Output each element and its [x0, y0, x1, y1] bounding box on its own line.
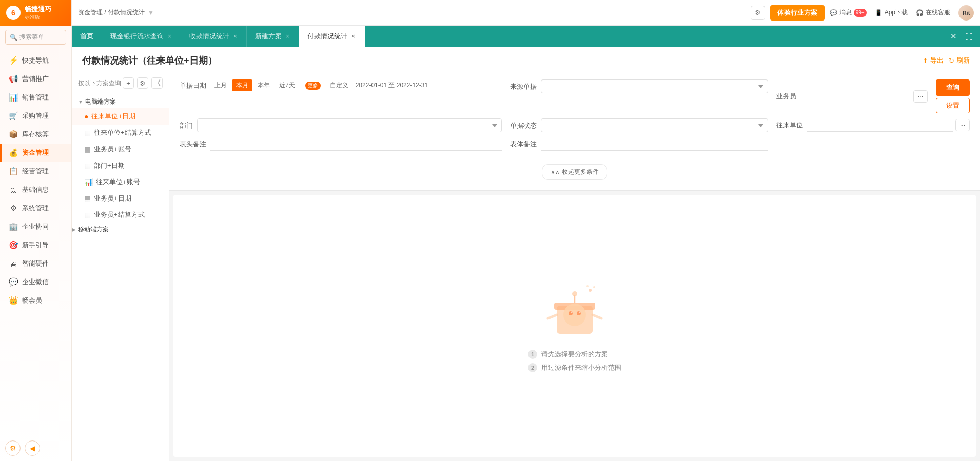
sidebar-item-operations[interactable]: 📋 经营管理: [0, 162, 71, 181]
chevron-up-icon: ∧∧: [551, 169, 560, 176]
message-badge: 99+: [854, 9, 867, 17]
query-button[interactable]: 查询: [936, 79, 970, 96]
sidebar-footer: ⚙ ◀: [0, 435, 71, 461]
sidebar-item-vip[interactable]: 👑 畅会员: [0, 291, 71, 310]
scheme-panel-header: 按以下方案查询 + ⚙ 《: [72, 73, 169, 93]
date-this-month-button[interactable]: 本月: [232, 79, 252, 91]
settings-small-button[interactable]: 设置: [936, 98, 970, 113]
date-last-month-button[interactable]: 上月: [210, 79, 231, 91]
source-select[interactable]: [541, 79, 768, 93]
hint-num-1: 1: [528, 350, 537, 359]
body-note-control: [541, 137, 768, 151]
maximize-button[interactable]: ⛶: [963, 31, 975, 42]
counterpart-more-button[interactable]: ···: [955, 119, 970, 131]
tab-receipt-close[interactable]: ×: [232, 33, 238, 40]
sidebar-item-guide[interactable]: 🎯 新手引导: [0, 236, 71, 254]
tab-home-label: 首页: [80, 32, 93, 41]
date-this-year-button[interactable]: 本年: [253, 79, 274, 91]
sidebar-item-quick-nav[interactable]: ⚡ 快捷导航: [0, 51, 71, 70]
sidebar-collapse-button[interactable]: ◀: [25, 440, 40, 456]
tab-new-plan-close[interactable]: ×: [285, 33, 290, 40]
app-download-button[interactable]: 📱 App下载: [875, 8, 908, 17]
tab-home[interactable]: 首页: [72, 26, 102, 47]
scheme-collapse-button[interactable]: 《: [151, 77, 163, 89]
export-button[interactable]: ⬆ 导出: [923, 56, 944, 65]
scheme-item-salesperson-date[interactable]: ▦ 业务员+日期: [72, 190, 169, 207]
collapse-conditions-button[interactable]: ∧∧ 收起更多条件: [542, 164, 607, 180]
filter-row-1: 单据日期 上月 本月 本年 近7天 更多 自定义 2022-01-01 至: [180, 79, 970, 113]
sidebar-item-wechat[interactable]: 💬 企业微信: [0, 273, 71, 291]
trial-button[interactable]: 体验行业方案: [770, 5, 825, 21]
group-arrow-icon: ▼: [78, 99, 83, 105]
date-more-button[interactable]: 更多: [300, 80, 325, 91]
online-service-button[interactable]: 🎧 在线客服: [916, 8, 950, 17]
scheme-item-counterpart-date[interactable]: ● 往来单位+日期: [72, 108, 169, 125]
tab-payment[interactable]: 付款情况统计 ×: [299, 26, 365, 47]
headset-icon: 🎧: [916, 9, 924, 16]
svg-point-11: [589, 289, 592, 292]
add-scheme-button[interactable]: +: [123, 77, 134, 89]
salesperson-input[interactable]: [800, 90, 911, 103]
body-note-label: 表体备注: [510, 139, 537, 149]
main-area: 资金管理 / 付款情况统计 ▼ ⚙ 体验行业方案 💬 消息 99+ 📱 App下…: [72, 0, 980, 461]
page-content: 付款情况统计（往来单位+日期） ⬆ 导出 ↻ 刷新 按以下方案查询 +: [72, 47, 980, 461]
voucher-status-select[interactable]: [541, 118, 768, 132]
operations-icon: 📋: [9, 167, 18, 176]
empty-hint-2: 2 用过滤条件来缩小分析范围: [528, 363, 621, 372]
date-custom-button[interactable]: 自定义: [326, 79, 352, 91]
mobile-scheme-group[interactable]: ▶ 移动端方案: [72, 223, 169, 236]
salesperson-more-button[interactable]: ···: [913, 90, 928, 103]
vip-icon: 👑: [9, 296, 18, 305]
scheme-item-salesperson-settle[interactable]: ▦ 业务员+结算方式: [72, 207, 169, 223]
tab-bank[interactable]: 现金银行流水查询 ×: [102, 26, 181, 47]
tab-bank-close[interactable]: ×: [167, 33, 172, 40]
marketing-icon: 📢: [9, 74, 18, 84]
topbar: 资金管理 / 付款情况统计 ▼ ⚙ 体验行业方案 💬 消息 99+ 📱 App下…: [72, 0, 980, 26]
sidebar-item-sales[interactable]: 📊 销售管理: [0, 88, 71, 107]
svg-point-6: [579, 311, 581, 313]
sidebar-item-marketing[interactable]: 📢 营销推广: [0, 70, 71, 88]
scheme-icon-3: ▦: [84, 162, 91, 170]
tab-payment-close[interactable]: ×: [350, 33, 356, 40]
scheme-settings-button[interactable]: ⚙: [137, 77, 148, 89]
tab-receipt[interactable]: 收款情况统计 ×: [181, 26, 247, 47]
scheme-item-counterpart-settle[interactable]: ▦ 往来单位+结算方式: [72, 125, 169, 141]
header-note-filter: 表头备注: [180, 137, 502, 151]
refresh-button[interactable]: ↻ 刷新: [949, 56, 970, 65]
logo-icon: 6: [6, 6, 21, 20]
scheme-item-counterpart-account[interactable]: 📊 往来单位+账号: [72, 174, 169, 190]
page-title: 付款情况统计（往来单位+日期）: [82, 54, 217, 73]
scheme-item-dept-date[interactable]: ▦ 部门+日期: [72, 157, 169, 174]
quick-nav-icon: ⚡: [9, 56, 18, 65]
dept-select[interactable]: [197, 118, 502, 132]
sidebar-item-funds[interactable]: 💰 资金管理: [0, 144, 71, 162]
topbar-settings-button[interactable]: ⚙: [751, 6, 765, 20]
mobile-group-label: 移动端方案: [78, 225, 109, 234]
scheme-item-salesperson-account[interactable]: ▦ 业务员+账号: [72, 141, 169, 157]
header-note-input[interactable]: [210, 137, 502, 151]
scheme-panel: 按以下方案查询 + ⚙ 《 ▼ 电脑端方案: [72, 73, 169, 461]
sidebar-item-system[interactable]: ⚙ 系统管理: [0, 199, 71, 217]
user-avatar[interactable]: Rit: [958, 5, 974, 21]
search-menu-button[interactable]: 🔍 搜索菜单: [5, 30, 66, 45]
page-actions: ⬆ 导出 ↻ 刷新: [923, 56, 970, 71]
sidebar-item-basic-info[interactable]: 🗂 基础信息: [0, 181, 71, 199]
empty-illustration: [544, 280, 605, 342]
voucher-status-label: 单据状态: [510, 121, 537, 130]
sidebar-item-hardware[interactable]: 🖨 智能硬件: [0, 254, 71, 273]
message-button[interactable]: 💬 消息 99+: [830, 8, 867, 17]
counterpart-input[interactable]: [807, 118, 953, 132]
dept-filter: 部门: [180, 118, 502, 132]
tab-new-plan[interactable]: 新建方案 ×: [247, 26, 299, 47]
enterprise-icon: 🏢: [9, 222, 18, 231]
sidebar-item-inventory[interactable]: 📦 库存核算: [0, 125, 71, 144]
close-all-tabs-button[interactable]: ✕: [948, 31, 959, 42]
source-control: [541, 79, 768, 93]
date-7days-button[interactable]: 近7天: [275, 79, 299, 91]
sidebar-item-enterprise[interactable]: 🏢 企业协同: [0, 217, 71, 236]
body-note-input[interactable]: [541, 137, 768, 151]
refresh-icon: ↻: [949, 57, 954, 65]
sidebar-item-purchase[interactable]: 🛒 采购管理: [0, 107, 71, 125]
desktop-scheme-group[interactable]: ▼ 电脑端方案: [72, 93, 169, 108]
sidebar-settings-button[interactable]: ⚙: [5, 440, 21, 456]
